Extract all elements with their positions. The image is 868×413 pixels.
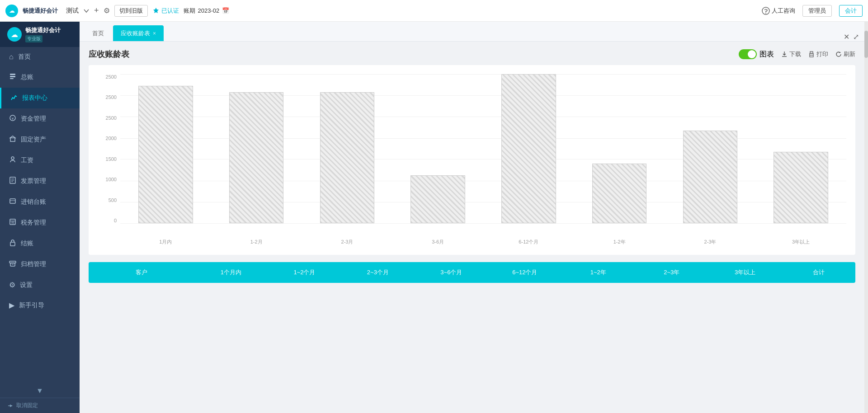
sidebar-item-home[interactable]: ⌂ 首页 [0, 47, 80, 67]
svg-marker-23 [10, 404, 13, 407]
chart-bar-7 [683, 131, 737, 223]
settings-gear-btn[interactable]: ⚙ [104, 6, 110, 15]
sidebar-logo-icon: ☁ [7, 27, 22, 42]
tab-home[interactable]: 首页 [85, 26, 111, 41]
admin-btn[interactable]: 管理员 [802, 5, 832, 17]
sidebar-item-ledger[interactable]: 总账 [0, 67, 80, 88]
tab-expand-btn[interactable]: ⤢ [853, 33, 859, 41]
table-container: 客户 1个月内 1~2个月 2~3个月 3~6个月 6~12个月 1~2年 2~… [89, 262, 855, 283]
close-accounts-icon [9, 239, 16, 248]
chart-y-axis: 2500 2500 2500 2000 1500 1000 500 0 [98, 74, 120, 223]
consult-btn[interactable]: 人工咨询 [762, 7, 795, 15]
settings-icon: ⚙ [9, 281, 15, 289]
sidebar-item-invoice[interactable]: 发票管理 [0, 171, 80, 192]
sidebar-item-guide[interactable]: ▶ 新手引导 [0, 295, 80, 315]
chart-bar-3 [320, 92, 374, 223]
chart-bar-6 [592, 164, 646, 223]
chart-toggle-switch[interactable] [739, 49, 757, 59]
chart-container: 2500 2500 2500 2000 1500 1000 500 0 [89, 65, 855, 255]
x-label-1: 1月内 [120, 239, 211, 245]
content-area: 首页 应收账龄表 × ✕ ⤢ 应收账龄表 图表 [80, 22, 864, 413]
chart-inner: 2500 2500 2500 2000 1500 1000 500 0 [98, 74, 846, 237]
page-title: 应收账龄表 [89, 49, 129, 60]
accountant-btn[interactable]: 会计 [839, 5, 863, 17]
period-display: 账期 2023-02 📅 [184, 7, 230, 15]
sidebar-item-funds[interactable]: ¥ 资金管理 [0, 108, 80, 129]
svg-point-8 [11, 157, 14, 160]
workspace-dropdown-btn[interactable] [83, 8, 90, 14]
period-label: 账期 [184, 7, 195, 15]
sidebar-label-funds: 资金管理 [21, 115, 46, 123]
svg-rect-13 [10, 199, 15, 203]
chart-bar-group-5 [483, 74, 574, 223]
old-version-btn[interactable]: 切到旧版 [114, 5, 148, 17]
sidebar-app-name: 畅捷通好会计 [25, 26, 61, 34]
sidebar-item-reports[interactable]: 报表中心 [0, 88, 80, 108]
tab-close-window-btn[interactable]: ✕ [844, 33, 849, 41]
top-header: ☁ 畅捷通好会计 测试 + ⚙ 切到旧版 已认证 账期 2023-02 📅 人工… [0, 0, 868, 22]
app-logo-icon: ☁ [5, 5, 18, 17]
ledger-icon [9, 73, 16, 82]
app-name: 畅捷通好会计 [23, 7, 58, 15]
sidebar-label-assets: 固定资产 [21, 136, 46, 144]
y-label-0: 0 [114, 218, 117, 223]
right-scrollbar[interactable] [864, 22, 868, 413]
table-header-2-3y: 2~3年 [635, 262, 708, 283]
y-label-1000b: 1000 [106, 177, 117, 182]
svg-rect-25 [810, 55, 813, 57]
x-label-6: 1-2年 [574, 239, 665, 245]
sidebar-item-assets[interactable]: 固定资产 [0, 129, 80, 150]
header-right-actions: 人工咨询 管理员 会计 [762, 5, 863, 17]
sidebar-label-inventory: 进销台账 [21, 198, 46, 206]
sidebar-label-archive: 归档管理 [21, 260, 46, 268]
fix-label: 取消固定 [16, 402, 38, 409]
guide-icon: ▶ [9, 301, 14, 310]
y-label-2000: 2500 [106, 94, 117, 100]
chart-bar-2 [229, 92, 283, 223]
add-workspace-btn[interactable]: + [94, 6, 99, 15]
print-btn[interactable]: 打印 [808, 50, 828, 58]
x-label-4: 3-6月 [392, 239, 483, 245]
svg-point-1 [765, 13, 766, 14]
certified-badge: 已认证 [152, 7, 179, 15]
tab-reports[interactable]: 应收账龄表 × [113, 25, 164, 41]
table-header-customer: 客户 [89, 262, 194, 283]
svg-rect-7 [10, 138, 15, 141]
chart-toggle-label: 图表 [760, 50, 774, 59]
sidebar-scroll-down-btn[interactable]: ▼ [0, 384, 80, 398]
sidebar-logo: ☁ 畅捷通好会计 专业版 [0, 22, 80, 47]
x-label-8: 3年以上 [755, 239, 846, 245]
sidebar-item-inventory[interactable]: 进销台账 [0, 192, 80, 212]
refresh-btn[interactable]: 刷新 [835, 50, 855, 58]
table-header-total: 合计 [782, 262, 855, 283]
chart-bar-group-2 [211, 74, 302, 223]
sidebar-label-invoice: 发票管理 [21, 177, 46, 185]
scrollbar-thumb[interactable] [864, 31, 868, 58]
sidebar-item-tax[interactable]: 税 税务管理 [0, 212, 80, 233]
funds-icon: ¥ [9, 114, 16, 123]
archive-icon [9, 260, 16, 269]
salary-icon [9, 156, 16, 165]
download-btn[interactable]: 下载 [781, 50, 801, 58]
y-label-1000: 2000 [106, 136, 117, 141]
sidebar-label-tax: 税务管理 [21, 219, 46, 227]
inventory-icon [9, 197, 16, 206]
svg-rect-18 [10, 242, 15, 246]
chart-bar-1 [138, 86, 193, 223]
sidebar-item-archive[interactable]: 归档管理 [0, 254, 80, 275]
tab-close-btn[interactable]: × [153, 30, 156, 37]
svg-marker-27 [840, 52, 841, 53]
print-label: 打印 [816, 50, 828, 58]
chart-bars-area [120, 74, 846, 223]
svg-rect-3 [10, 76, 15, 77]
sidebar-item-close-accounts[interactable]: 结账 [0, 233, 80, 254]
page-actions: 图表 下载 打印 刷新 [739, 49, 855, 59]
x-label-3: 2-3月 [302, 239, 393, 245]
sidebar-item-settings[interactable]: ⚙ 设置 [0, 275, 80, 295]
calendar-icon[interactable]: 📅 [222, 7, 229, 14]
sidebar-fix-btn[interactable]: 取消固定 [0, 398, 80, 413]
sidebar-item-salary[interactable]: 工资 [0, 150, 80, 171]
tab-home-label: 首页 [92, 30, 104, 37]
chart-toggle-container: 图表 [739, 49, 774, 59]
table-header-1-2y: 1~2年 [561, 262, 635, 283]
